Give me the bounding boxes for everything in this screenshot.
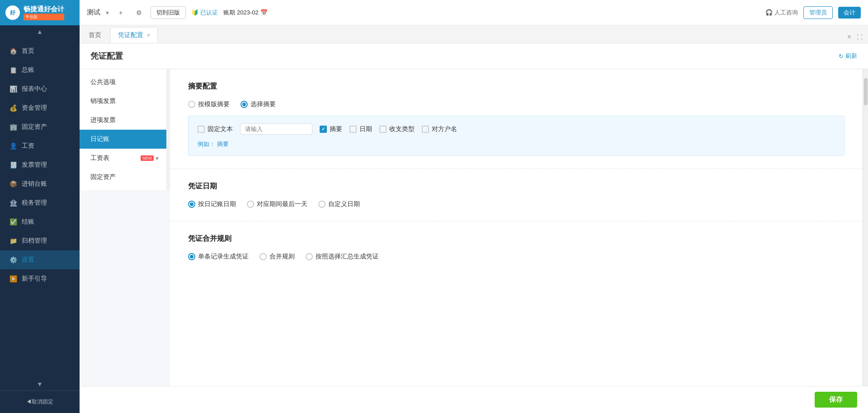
summary-checkbox[interactable]: ✓ 摘要 [320, 125, 342, 133]
tax-icon: 🏦 [9, 199, 17, 207]
config-nav-salary-table[interactable]: 工资表 NEW ▾ [80, 149, 170, 168]
summary-template-option[interactable]: 按模版摘要 [188, 100, 230, 108]
single-radio-circle [188, 253, 195, 260]
sidebar-item-tax[interactable]: 🏦 税务管理 [0, 193, 80, 212]
sidebar-item-cashflow[interactable]: 💰 资金管理 [0, 99, 80, 117]
tab-close-icon[interactable]: × [147, 32, 150, 38]
diary-date-radio-dot [190, 202, 193, 206]
single-radio-dot [190, 255, 193, 258]
right-scrollbar[interactable] [863, 69, 868, 386]
settle-icon: ✅ [9, 218, 17, 226]
content-area: 凭证配置 ↻ 刷新 公共选项 销项发票 进项发票 [80, 43, 868, 413]
config-sidebar: 公共选项 销项发票 进项发票 日记账 工资表 NEW ▾ [80, 69, 170, 190]
sidebar-item-ledger[interactable]: 📋 总账 [0, 61, 80, 80]
merge-section-title: 凭证合并规则 [188, 234, 844, 244]
company-name: 测试 [87, 8, 100, 17]
topbar: 测试 ▾ + ⚙ 切到旧版 🔰 已认证 账期 2023-02 📅 🎧 人工咨询 … [80, 0, 868, 25]
sidebar-item-purchase[interactable]: 📦 进销台账 [0, 174, 80, 193]
config-main-inner: 摘要配置 按模版摘要 [170, 69, 863, 386]
left-scrollbar[interactable] [166, 69, 170, 190]
cashtype-checkbox[interactable]: 收支类型 [379, 125, 415, 133]
tab-voucher-config[interactable]: 凭证配置 × [110, 27, 158, 43]
tab-actions: × ⛶ [845, 31, 868, 43]
config-header: 凭证配置 ↻ 刷新 [80, 43, 868, 69]
archive-icon: 📁 [9, 237, 17, 245]
config-nav-public[interactable]: 公共选项 [80, 73, 170, 92]
counterpart-checkbox-box [422, 126, 429, 133]
config-nav-sales-invoice[interactable]: 销项发票 [80, 92, 170, 111]
summary-radio-group: 按模版摘要 选择摘要 [188, 100, 844, 108]
fixed-text-input[interactable] [240, 123, 312, 135]
sidebar-item-reports[interactable]: 📊 报表中心 [0, 80, 80, 99]
summary-select-option[interactable]: 选择摘要 [241, 100, 276, 108]
last-day-option[interactable]: 对应期间最后一天 [247, 200, 307, 208]
salary-icon: 👤 [9, 142, 17, 150]
single-record-option[interactable]: 单条记录生成凭证 [188, 253, 249, 261]
summary-example: 例如： 摘要 [198, 140, 835, 148]
assets-icon: 🏢 [9, 123, 17, 131]
select-radio-dot [242, 103, 246, 106]
merge-rule-radio-circle [259, 253, 267, 260]
merge-radio-group: 单条记录生成凭证 合并规则 按照选择汇总生成凭证 [188, 253, 844, 261]
sidebar-item-assets[interactable]: 🏢 固定资产 [0, 117, 80, 136]
date-section-title: 凭证日期 [188, 182, 844, 191]
role-button[interactable]: 会计 [838, 7, 861, 19]
switch-version-button[interactable]: 切到旧版 [151, 6, 186, 19]
custom-date-option[interactable]: 自定义日期 [318, 200, 360, 208]
sidebar-item-home[interactable]: 🏠 首页 [0, 42, 80, 61]
sidebar-item-archive[interactable]: 📁 归档管理 [0, 231, 80, 250]
add-button[interactable]: + [114, 6, 127, 19]
save-button[interactable]: 保存 [815, 392, 857, 408]
date-checkbox[interactable]: 日期 [349, 125, 372, 133]
tab-home[interactable]: 首页 [80, 28, 110, 43]
sidebar-scroll-down[interactable]: ▼ [0, 378, 80, 390]
diary-date-radio-circle [188, 201, 195, 208]
counterpart-checkbox[interactable]: 对方户名 [422, 125, 457, 133]
config-body: 公共选项 销项发票 进项发票 日记账 工资表 NEW ▾ [80, 69, 868, 386]
expand-window-button[interactable]: ⛶ [855, 32, 864, 42]
cancel-fixed-button[interactable]: ◀取消固定 [5, 395, 75, 408]
merge-rule-option[interactable]: 合并规则 [259, 253, 295, 261]
reports-icon: 📊 [9, 85, 17, 93]
sidebar: 好 畅捷通好会计 专业版 ▲ 🏠 首页 📋 总账 📊 报表中心 💰 [0, 0, 80, 413]
company-dropdown-icon[interactable]: ▾ [106, 9, 109, 16]
config-nav-diary[interactable]: 日记账 [80, 130, 170, 149]
sidebar-item-settings[interactable]: ⚙️ 设置 [0, 250, 80, 269]
date-radio-group: 按日记账日期 对应期间最后一天 自定义日期 [188, 200, 844, 208]
calendar-icon[interactable]: 📅 [260, 9, 268, 16]
refresh-button[interactable]: ↻ 刷新 [839, 52, 857, 60]
logo-badge: 专业版 [24, 14, 64, 20]
diary-date-option[interactable]: 按日记账日期 [188, 200, 236, 208]
summary-check-icon: ✓ [321, 127, 325, 131]
verified-status: 🔰 已认证 [191, 9, 218, 17]
sidebar-scroll-up[interactable]: ▲ [0, 25, 80, 38]
topbar-settings-button[interactable]: ⚙ [132, 6, 145, 19]
settings-icon: ⚙️ [9, 256, 17, 264]
bottom-bar: 保存 [80, 386, 868, 413]
verified-icon: 🔰 [191, 9, 198, 16]
select-merge-option[interactable]: 按照选择汇总生成凭证 [306, 253, 379, 261]
config-page: 凭证配置 ↻ 刷新 公共选项 销项发票 进项发票 [80, 43, 868, 413]
config-nav-purchase-invoice[interactable]: 进项发票 [80, 111, 170, 130]
refresh-icon: ↻ [839, 53, 844, 60]
logo-icon: 好 [5, 5, 20, 20]
invoice-icon: 🧾 [9, 161, 17, 169]
fixed-text-checkbox[interactable]: 固定文本 [198, 125, 233, 133]
ledger-icon: 📋 [9, 66, 17, 74]
config-nav-fixed-assets[interactable]: 固定资产 [80, 168, 170, 187]
sidebar-item-invoice[interactable]: 🧾 发票管理 [0, 155, 80, 174]
sidebar-item-guide[interactable]: ▶️ 新手引导 [0, 269, 80, 288]
sidebar-item-settle[interactable]: ✅ 结账 [0, 212, 80, 231]
consult-button[interactable]: 🎧 人工咨询 [765, 9, 798, 17]
date-checkbox-box [349, 126, 357, 133]
sidebar-item-salary[interactable]: 👤 工资 [0, 136, 80, 155]
close-window-button[interactable]: × [845, 31, 853, 43]
cashflow-icon: 💰 [9, 104, 17, 112]
sidebar-logo: 好 畅捷通好会计 专业版 [0, 0, 80, 25]
date-section: 凭证日期 按日记账日期 [170, 169, 863, 221]
user-button[interactable]: 管理员 [803, 6, 833, 19]
scrollbar-thumb [864, 78, 868, 105]
sidebar-nav: 🏠 首页 📋 总账 📊 报表中心 💰 资金管理 🏢 固定资产 👤 工资 [0, 38, 80, 378]
merge-section: 凭证合并规则 单条记录生成凭证 [170, 221, 863, 273]
summary-config-box: 固定文本 ✓ 摘要 [188, 116, 844, 156]
